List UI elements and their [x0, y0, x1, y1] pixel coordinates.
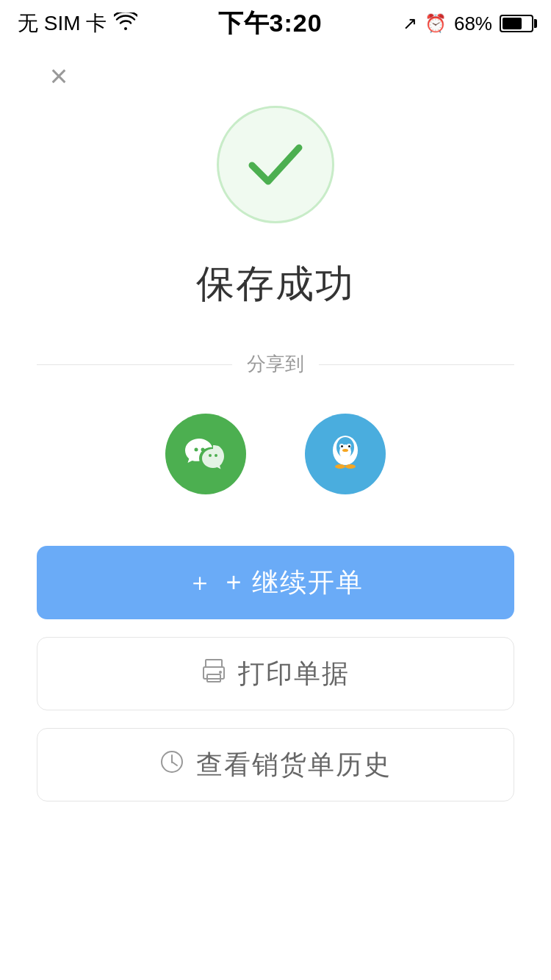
svg-point-10: [341, 445, 343, 447]
checkmark-svg: [246, 139, 305, 190]
battery-percentage: 68%: [454, 12, 492, 35]
status-left: 无 SIM 卡: [18, 10, 137, 37]
qq-icon: [323, 430, 367, 478]
svg-point-1: [195, 448, 198, 452]
svg-point-13: [335, 464, 345, 469]
svg-point-4: [215, 454, 217, 457]
svg-rect-15: [206, 660, 222, 667]
svg-point-12: [342, 449, 348, 452]
continue-button[interactable]: ＋ + 继续开单: [37, 546, 514, 619]
plus-icon: ＋: [187, 566, 214, 599]
success-title: 保存成功: [196, 259, 355, 310]
svg-point-14: [345, 464, 356, 469]
print-label: 打印单据: [238, 656, 350, 692]
navigation-icon: ↗: [403, 13, 417, 34]
qq-share-button[interactable]: [305, 414, 386, 494]
history-button[interactable]: 查看销货单历史: [37, 728, 514, 801]
status-right: ↗ ⏰ 68%: [403, 12, 533, 35]
svg-line-21: [172, 762, 177, 765]
close-button[interactable]: ×: [37, 54, 81, 98]
wifi-icon: [114, 12, 137, 35]
svg-point-2: [201, 448, 205, 452]
svg-point-18: [219, 671, 222, 674]
share-divider-section: 分享到: [37, 351, 514, 377]
action-buttons-container: ＋ + 继续开单 打印单据 查看销货单: [37, 546, 514, 801]
alarm-icon: ⏰: [425, 13, 447, 34]
status-bar: 无 SIM 卡 下午3:20 ↗ ⏰ 68%: [0, 0, 551, 47]
printer-icon: [201, 658, 226, 689]
battery-icon: [500, 15, 533, 32]
status-time: 下午3:20: [218, 7, 323, 40]
main-content: 保存成功 分享到: [0, 47, 551, 801]
success-icon-circle: [217, 106, 334, 223]
close-icon: ×: [50, 61, 68, 92]
print-button[interactable]: 打印单据: [37, 637, 514, 710]
clock-icon: [159, 749, 184, 780]
no-sim-text: 无 SIM 卡: [18, 10, 107, 37]
share-buttons-container: [165, 414, 386, 494]
svg-point-11: [348, 445, 350, 447]
history-label: 查看销货单历史: [196, 747, 392, 783]
share-label: 分享到: [232, 351, 319, 377]
wechat-share-button[interactable]: [165, 414, 246, 494]
continue-label: + 继续开单: [226, 565, 363, 601]
wechat-icon: [181, 433, 230, 475]
svg-point-3: [209, 454, 212, 457]
